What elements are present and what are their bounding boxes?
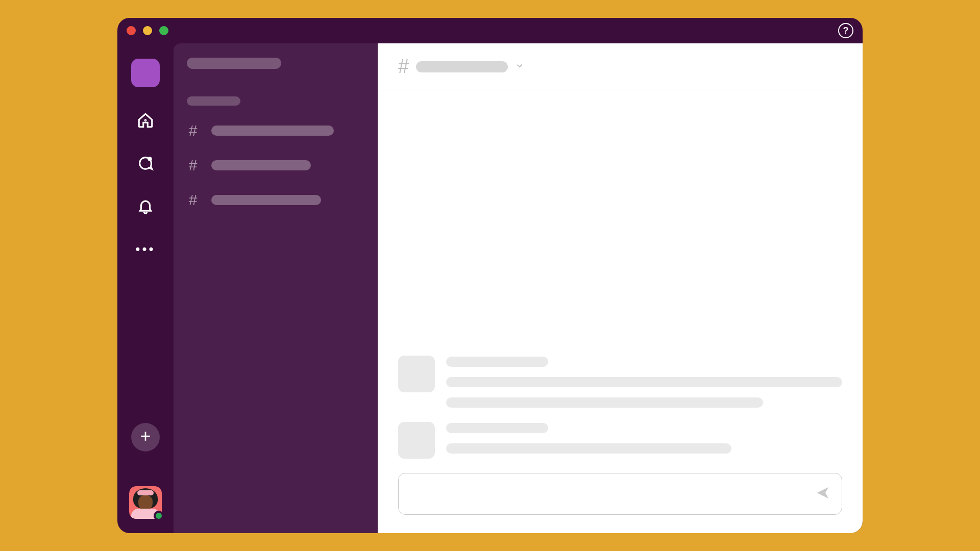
nav-home[interactable] bbox=[137, 113, 154, 130]
chevron-down-icon bbox=[515, 61, 524, 72]
home-icon bbox=[137, 112, 154, 131]
plus-icon bbox=[139, 430, 152, 445]
presence-indicator bbox=[154, 511, 164, 521]
message-avatar[interactable] bbox=[398, 422, 435, 459]
workspace-name[interactable] bbox=[187, 58, 281, 69]
workspace-switcher[interactable] bbox=[131, 59, 160, 87]
help-button[interactable]: ? bbox=[838, 23, 853, 38]
hash-icon: # bbox=[187, 191, 199, 209]
nav-dms[interactable] bbox=[137, 156, 154, 173]
message-text bbox=[446, 443, 731, 454]
dm-icon bbox=[137, 155, 154, 174]
channel-name bbox=[211, 195, 321, 205]
hash-icon: # bbox=[187, 122, 199, 139]
nav-rail: ••• bbox=[117, 43, 174, 533]
window-minimize-button[interactable] bbox=[143, 26, 152, 35]
channel-item[interactable]: # bbox=[187, 121, 364, 140]
main-pane: # bbox=[378, 43, 863, 533]
channels-section-header[interactable] bbox=[187, 96, 240, 106]
channel-item[interactable]: # bbox=[187, 190, 364, 210]
message-author[interactable] bbox=[446, 423, 548, 433]
hash-icon: # bbox=[398, 56, 409, 78]
message-avatar[interactable] bbox=[398, 356, 435, 392]
app-window: ? ••• bbox=[117, 18, 863, 533]
message-composer[interactable] bbox=[398, 473, 842, 515]
app-body: ••• bbox=[117, 43, 863, 533]
send-button[interactable] bbox=[815, 485, 830, 503]
create-new-button[interactable] bbox=[131, 423, 160, 452]
message-item bbox=[398, 356, 842, 408]
nav-activity[interactable] bbox=[137, 198, 154, 216]
message-text bbox=[446, 397, 763, 408]
svg-point-1 bbox=[148, 157, 152, 161]
channel-sidebar: # # # bbox=[174, 43, 378, 533]
bell-icon bbox=[137, 197, 154, 217]
channel-name bbox=[211, 160, 311, 170]
user-menu[interactable] bbox=[129, 486, 162, 519]
window-close-button[interactable] bbox=[127, 26, 136, 35]
help-icon: ? bbox=[843, 26, 849, 36]
titlebar: ? bbox=[117, 18, 863, 43]
message-author[interactable] bbox=[446, 357, 548, 367]
more-icon: ••• bbox=[135, 241, 155, 257]
hash-icon: # bbox=[187, 157, 199, 174]
traffic-lights bbox=[127, 26, 168, 35]
message-text bbox=[446, 377, 842, 387]
window-zoom-button[interactable] bbox=[159, 26, 168, 35]
channel-header[interactable]: # bbox=[378, 43, 863, 90]
channel-title bbox=[416, 61, 508, 72]
svg-point-0 bbox=[145, 120, 146, 121]
channel-name bbox=[211, 126, 334, 136]
channel-item[interactable]: # bbox=[187, 156, 364, 175]
nav-more[interactable]: ••• bbox=[135, 241, 155, 257]
message-list bbox=[378, 90, 863, 533]
message-item bbox=[398, 422, 842, 459]
